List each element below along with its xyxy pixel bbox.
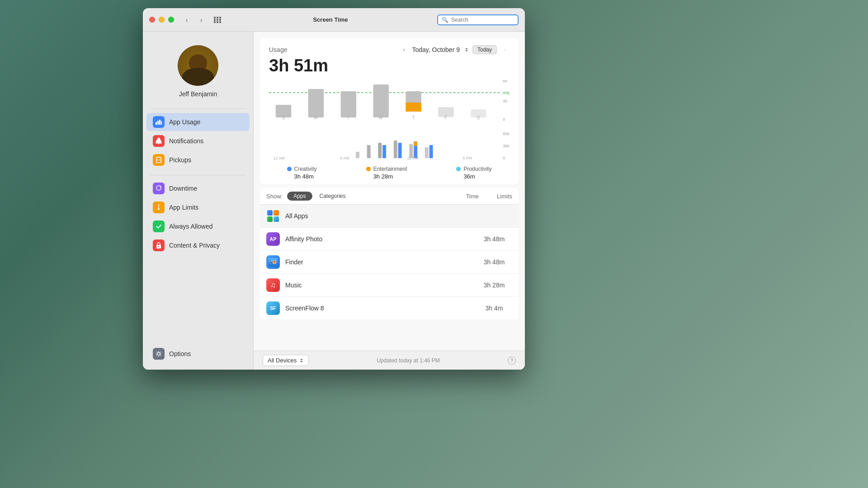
svg-text:S: S (282, 115, 285, 120)
back-button[interactable]: ‹ (180, 15, 193, 24)
next-date-button[interactable]: › (500, 45, 509, 54)
svg-rect-9 (156, 122, 157, 125)
svg-rect-44 (356, 152, 359, 158)
productivity-label: Productivity (463, 166, 491, 172)
music-time: 3h 28m (476, 282, 512, 289)
affinity-photo-icon: AP (266, 232, 280, 246)
screenflow-time: 3h 4m (476, 305, 512, 312)
sidebar-item-notifications[interactable]: Notifications (146, 132, 250, 150)
sidebar-label-app-limits: App Limits (169, 204, 198, 211)
devices-select[interactable]: All Devices (263, 355, 309, 366)
svg-rect-30 (406, 103, 421, 107)
search-box[interactable]: 🔍 (437, 14, 519, 25)
svg-point-18 (158, 246, 159, 247)
svg-rect-12 (161, 121, 162, 125)
legend-productivity: Productivity 36m (456, 166, 491, 180)
today-button[interactable]: Today (472, 45, 497, 54)
devices-label: All Devices (268, 357, 297, 364)
app-list-inner: All Apps AP Affinity Photo 3h 48m (260, 205, 519, 319)
sidebar-item-options[interactable]: Options (146, 345, 250, 363)
svg-rect-59 (267, 210, 273, 216)
sidebar-item-downtime[interactable]: Downtime (146, 179, 250, 197)
sidebar-label-pickups: Pickups (169, 156, 191, 164)
music-name: Music (285, 282, 476, 289)
svg-rect-26 (308, 89, 324, 117)
bottom-bar: All Devices Updated today at 1:46 PM ? (254, 351, 525, 370)
svg-rect-10 (157, 121, 159, 125)
usage-section: Usage ‹ Today, October 9 Today › (260, 38, 519, 184)
svg-rect-7 (217, 21, 218, 23)
app-row-affinity-photo[interactable]: AP Affinity Photo 3h 48m (260, 228, 519, 251)
app-row-finder[interactable]: Finder 3h 48m (260, 251, 519, 274)
svg-point-16 (158, 208, 160, 210)
svg-text:S: S (477, 115, 480, 120)
affinity-photo-name: Affinity Photo (285, 235, 476, 243)
sidebar-item-app-limits[interactable]: App Limits (146, 198, 250, 216)
forward-button[interactable]: › (195, 15, 208, 24)
svg-rect-8 (219, 21, 221, 23)
svg-text:30m: 30m (503, 144, 509, 148)
sidebar-label-notifications: Notifications (169, 137, 203, 145)
date-nav: ‹ Today, October 9 Today › (399, 45, 509, 54)
svg-rect-28 (373, 84, 389, 117)
legend-creativity: Creativity 3h 48m (287, 166, 317, 180)
all-apps-icon-svg (267, 210, 279, 222)
entertainment-color-dot (366, 167, 371, 171)
date-chevron-icon[interactable] (464, 47, 469, 52)
svg-text:0: 0 (503, 156, 505, 160)
svg-rect-62 (274, 216, 279, 222)
sidebar-label-always-allowed: Always Allowed (169, 223, 213, 230)
svg-point-66 (271, 261, 272, 262)
affinity-photo-time: 3h 48m (476, 235, 512, 243)
svg-rect-46 (378, 143, 382, 158)
minimize-button[interactable] (159, 17, 165, 23)
svg-text:avg: avg (503, 90, 509, 95)
window-title: Screen Time (224, 16, 437, 23)
screenflow-name: ScreenFlow 8 (285, 305, 476, 312)
svg-text:6h: 6h (503, 80, 507, 83)
svg-rect-6 (214, 21, 216, 23)
pickups-icon (153, 154, 165, 166)
app-row-music[interactable]: ♫ Music 3h 28m (260, 274, 519, 297)
svg-rect-47 (382, 145, 386, 158)
grid-button[interactable] (211, 15, 224, 24)
titlebar: ‹ › Screen Time 🔍 (143, 8, 525, 32)
options-section: Options (143, 344, 253, 370)
svg-rect-61 (267, 216, 273, 222)
productivity-color-dot (456, 167, 461, 171)
creativity-color-dot (287, 167, 292, 171)
tab-apps[interactable]: Apps (287, 192, 312, 201)
app-usage-icon (153, 116, 165, 128)
usage-header: Usage ‹ Today, October 9 Today › (269, 45, 509, 54)
all-apps-icon (266, 209, 280, 223)
legend-entertainment: Entertainment 3h 28m (366, 166, 407, 180)
search-input[interactable] (451, 17, 514, 23)
svg-text:12 AM: 12 AM (274, 156, 285, 160)
show-columns: Time Limits (466, 193, 512, 200)
sidebar-item-content-privacy[interactable]: Content & Privacy (146, 236, 250, 254)
close-button[interactable] (149, 17, 155, 23)
chart-legend: Creativity 3h 48m Entertainment 3h 28m (269, 166, 509, 180)
svg-text:3h: 3h (503, 99, 507, 103)
zoom-button[interactable] (168, 17, 174, 23)
sidebar-item-pickups[interactable]: Pickups (146, 151, 250, 169)
svg-point-65 (273, 260, 276, 264)
entertainment-label: Entertainment (373, 166, 407, 172)
sidebar-item-app-usage[interactable]: App Usage (146, 113, 250, 131)
svg-rect-4 (217, 19, 218, 21)
notifications-icon (153, 135, 165, 147)
screenflow-icon: SF (266, 301, 280, 315)
svg-rect-53 (425, 147, 429, 158)
help-button[interactable]: ? (508, 357, 516, 365)
tab-categories[interactable]: Categories (313, 192, 352, 201)
devices-chevron-icon (299, 358, 304, 363)
sidebar-item-always-allowed[interactable]: Always Allowed (146, 217, 250, 235)
daily-chart: 60m 30m 0 (269, 131, 509, 161)
svg-rect-1 (217, 17, 218, 19)
all-apps-row[interactable]: All Apps (260, 205, 519, 228)
prev-date-button[interactable]: ‹ (399, 45, 408, 54)
sidebar-label-downtime: Downtime (169, 185, 197, 192)
app-row-screenflow[interactable]: SF ScreenFlow 8 3h 4m (260, 297, 519, 319)
search-icon: 🔍 (442, 17, 448, 23)
finder-icon (266, 255, 280, 269)
